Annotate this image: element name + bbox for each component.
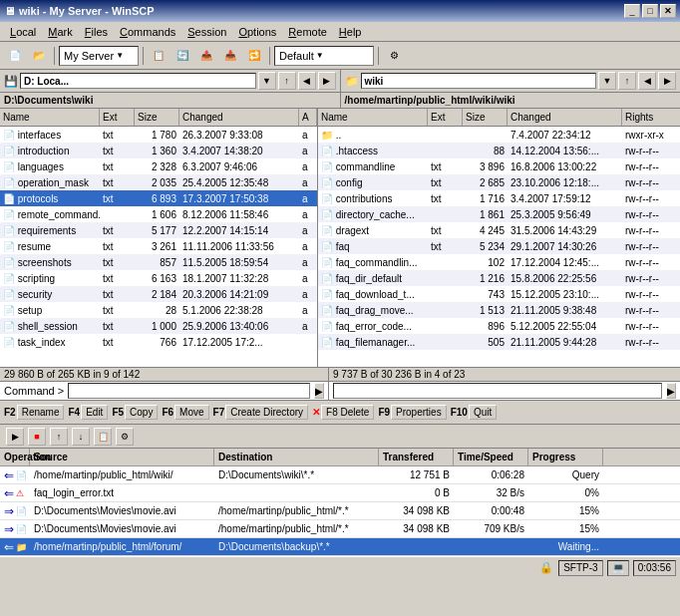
table-row[interactable]: 📄 .htaccess8814.12.2004 13:56:...rw-r--r… xyxy=(318,143,680,158)
table-row[interactable]: 📄 shell_sessiontxt1 00025.9.2006 13:40:0… xyxy=(0,318,317,334)
server-dropdown[interactable]: My Server ▼ xyxy=(59,46,139,66)
title-bar-buttons: _ □ ✕ xyxy=(624,4,676,18)
menu-mark[interactable]: Mark xyxy=(42,24,78,40)
right-fwd-btn[interactable]: ▶ xyxy=(658,72,676,90)
menu-options[interactable]: Options xyxy=(232,24,282,40)
left-col-size[interactable]: Size xyxy=(135,109,179,126)
menu-commands[interactable]: Commands xyxy=(114,24,181,40)
table-row[interactable]: 📄 setuptxt285.1.2006 22:38:28a xyxy=(0,302,317,318)
op-settings-button[interactable]: ⚙ xyxy=(116,428,134,446)
op-stop-button[interactable]: ■ xyxy=(28,428,46,446)
right-col-rights[interactable]: Rights xyxy=(622,109,680,126)
op-start-button[interactable]: ▶ xyxy=(6,428,24,446)
table-row[interactable]: 📄 resumetxt3 26111.11.2006 11:33:56a xyxy=(0,238,317,254)
left-fwd-btn[interactable]: ▶ xyxy=(318,72,336,90)
close-button[interactable]: ✕ xyxy=(660,4,676,18)
left-col-changed[interactable]: Changed xyxy=(179,109,299,126)
table-row[interactable]: 📄 directory_cache...1 86125.3.2005 9:56:… xyxy=(318,206,680,222)
f4-edit-button[interactable]: F4 Edit xyxy=(68,405,108,420)
table-row[interactable]: 📄 screenshotstxt85711.5.2005 18:59:54a xyxy=(0,254,317,270)
right-col-size[interactable]: Size xyxy=(463,109,508,126)
right-col-name[interactable]: Name xyxy=(318,109,428,126)
table-row[interactable]: 📄 requirementstxt5 17712.2.2007 14:15:14… xyxy=(0,222,317,238)
table-row[interactable]: 📄 languagestxt2 3286.3.2007 9:46:06a xyxy=(0,158,317,174)
list-item[interactable]: ⇐ 📁 /home/martinp/public_html/forum/ D:\… xyxy=(0,538,680,556)
right-col-changed[interactable]: Changed xyxy=(508,109,622,126)
table-row[interactable]: 📄 faq_error_code...8965.12.2005 22:55:04… xyxy=(318,318,680,334)
right-path-dropdown[interactable]: ▼ xyxy=(598,72,616,90)
right-up-btn[interactable]: ↑ xyxy=(618,72,636,90)
f2-rename-button[interactable]: F2 Rename xyxy=(4,405,64,420)
table-row[interactable]: 📄 faq_drag_move...1 51321.11.2005 9:38:4… xyxy=(318,302,680,318)
table-row[interactable]: 📄 commandlinetxt3 89616.8.2006 13:00:22r… xyxy=(318,158,680,174)
command-submit-button[interactable]: ▶ xyxy=(314,383,324,399)
table-row[interactable]: 📄 remote_command...1 6068.12.2006 11:58:… xyxy=(0,206,317,222)
toolbar-new-button[interactable]: 📄 xyxy=(4,45,26,67)
f8-delete-button[interactable]: ✕ F8 Delete xyxy=(312,405,374,420)
col-speed: Time/Speed xyxy=(454,449,528,465)
right-command-input[interactable] xyxy=(333,383,662,399)
transfer-header: Operation Source Destination Transfered … xyxy=(0,449,680,466)
menu-files[interactable]: Files xyxy=(79,24,114,40)
toolbar-btn-2[interactable]: 🔄 xyxy=(171,45,193,67)
table-row[interactable]: 📄 securitytxt2 18420.3.2006 14:21:09a xyxy=(0,286,317,302)
transfer-error-icon: 📄 xyxy=(16,470,27,480)
transfer-arrow-icon: ⇐ xyxy=(4,468,14,482)
menu-session[interactable]: Session xyxy=(181,24,232,40)
menu-help[interactable]: Help xyxy=(333,24,368,40)
toolbar-btn-1[interactable]: 📋 xyxy=(148,45,170,67)
table-row[interactable]: 📄 protocolstxt6 89317.3.2007 17:50:38a xyxy=(0,190,317,206)
toolbar-settings-button[interactable]: ⚙ xyxy=(383,45,405,67)
f7-mkdir-button[interactable]: F7 Create Directory xyxy=(213,405,308,420)
table-row[interactable]: 📄 dragexttxt4 24531.5.2006 14:43:29rw-r-… xyxy=(318,222,680,238)
f10-quit-button[interactable]: F10 Quit xyxy=(451,405,498,420)
toolbar-btn-5[interactable]: 🔁 xyxy=(243,45,265,67)
menu-remote[interactable]: Remote xyxy=(282,24,333,40)
right-back-btn[interactable]: ◀ xyxy=(638,72,656,90)
transfer-arrow-icon: ⇒ xyxy=(4,504,14,518)
table-row[interactable]: 📄 task_indextxt76617.12.2005 17:2... xyxy=(0,334,317,350)
list-item[interactable]: ⇐ 📄 /home/martinp/public_html/wiki/ D:\D… xyxy=(0,466,680,484)
op-copy-button[interactable]: 📋 xyxy=(94,428,112,446)
table-row[interactable]: 📄 scriptingtxt6 16318.1.2007 11:32:28a xyxy=(0,270,317,286)
left-col-name[interactable]: Name xyxy=(0,109,100,126)
left-col-attr[interactable]: A xyxy=(299,109,317,126)
command-input[interactable] xyxy=(68,383,310,399)
list-item[interactable]: ⇐ ⚠ faq_login_error.txt 0 B 32 B/s 0% xyxy=(0,484,680,502)
function-key-bar: F2 Rename F4 Edit F5 Copy F6 Move F7 Cre… xyxy=(0,401,680,425)
table-row[interactable]: 📄 contributionstxt1 7163.4.2007 17:59:12… xyxy=(318,190,680,206)
f9-properties-button[interactable]: F9 Properties xyxy=(378,405,446,420)
minimize-button[interactable]: _ xyxy=(624,4,640,18)
op-up-button[interactable]: ↑ xyxy=(50,428,68,446)
left-col-ext[interactable]: Ext xyxy=(100,109,135,126)
list-item[interactable]: ⇒ 📄 D:\Documents\Movies\movie.avi /home/… xyxy=(0,520,680,538)
toolbar-btn-4[interactable]: 📥 xyxy=(219,45,241,67)
table-row[interactable]: 📄 operation_masktxt2 03525.4.2005 12:35:… xyxy=(0,174,317,190)
menu-local[interactable]: Local xyxy=(4,24,42,40)
maximize-button[interactable]: □ xyxy=(642,4,658,18)
left-path-dropdown[interactable]: ▼ xyxy=(258,72,276,90)
profile-dropdown[interactable]: Default ▼ xyxy=(274,46,374,66)
f5-copy-button[interactable]: F5 Copy xyxy=(112,405,158,420)
right-command-submit-button[interactable]: ▶ xyxy=(666,383,676,399)
list-item[interactable]: ⇒ 📄 D:\Documents\Movies\movie.avi /home/… xyxy=(0,502,680,520)
table-row[interactable]: 📄 faq_commandlin...10217.12.2004 12:45:.… xyxy=(318,254,680,270)
op-down-button[interactable]: ↓ xyxy=(72,428,90,446)
table-row[interactable]: 📄 interfacestxt1 78026.3.2007 9:33:08a xyxy=(0,127,317,143)
table-row[interactable]: 📄 faq_filemanager...50521.11.2005 9:44:2… xyxy=(318,334,680,350)
table-row[interactable]: 📄 faq_download_t...74315.12.2005 23:10:.… xyxy=(318,286,680,302)
left-back-btn[interactable]: ◀ xyxy=(298,72,316,90)
toolbar-btn-3[interactable]: 📤 xyxy=(195,45,217,67)
right-status: 9 737 B of 30 236 B in 4 of 23 xyxy=(329,368,680,381)
table-row[interactable]: 📄 introductiontxt1 3603.4.2007 14:38:20a xyxy=(0,143,317,158)
server-dropdown-arrow: ▼ xyxy=(116,51,124,60)
table-row[interactable]: 📄 faqtxt5 23429.1.2007 14:30:26rw-r--r-- xyxy=(318,238,680,254)
table-row[interactable]: 📁 ..7.4.2007 22:34:12rwxr-xr-x xyxy=(318,127,680,143)
left-up-btn[interactable]: ↑ xyxy=(278,72,296,90)
left-full-path: D:\Documents\wiki xyxy=(0,93,341,108)
f6-move-button[interactable]: F6 Move xyxy=(162,405,208,420)
table-row[interactable]: 📄 configtxt2 68523.10.2006 12:18:...rw-r… xyxy=(318,174,680,190)
toolbar-open-button[interactable]: 📂 xyxy=(28,45,50,67)
table-row[interactable]: 📄 faq_dir_default1 21615.8.2006 22:25:56… xyxy=(318,270,680,286)
right-col-ext[interactable]: Ext xyxy=(428,109,463,126)
